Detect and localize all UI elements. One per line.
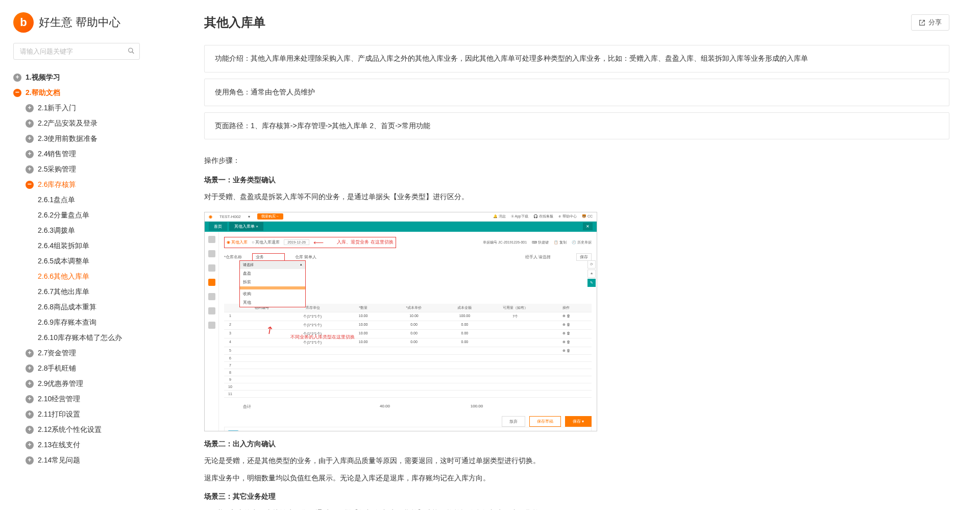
ss-logo-icon: ◉: [209, 214, 212, 219]
arrow-icon: ⟵: [313, 238, 324, 247]
plus-icon: +: [26, 165, 34, 174]
ss-annot2: 不同业务的入库类型在这里切换: [290, 334, 355, 341]
sidebar: b 好生意 帮助中心 +1.视频学习 –2.帮助文档 +2.1新手入门 +2.2…: [0, 0, 153, 510]
scene3-p1: 1、赠品入库的商品直接转为销售。通过工具栏【复制/复制为销货单】功能，将单据信息…: [204, 506, 949, 510]
nav-2-8[interactable]: +2.8手机旺铺: [13, 361, 140, 376]
plus-icon: +: [26, 410, 34, 419]
main-content: 其他入库单 分享 功能介绍：其他入库单用来处理除采购入库、产成品入库之外的其他入…: [153, 0, 980, 510]
nav-tree: +1.视频学习 –2.帮助文档 +2.1新手入门 +2.2产品安装及登录 +2.…: [13, 70, 140, 468]
site-title: 好生意 帮助中心: [39, 15, 120, 30]
scene1-text: 对于受赠、盘盈或是拆装入库等不同的业务，是通过单据头【业务类型】进行区分。: [204, 190, 949, 204]
ss-table: 物料编号*库存单位*数量*成本单价成本金额可用量（如有）操作 1个(1*1*1个…: [224, 304, 592, 412]
path-box: 页面路径：1、库存核算->库存管理->其他入库单 2、首页->常用功能: [204, 112, 949, 140]
plus-icon: +: [26, 349, 34, 357]
role-label: 使用角色：: [215, 88, 251, 96]
plus-icon: +: [26, 150, 34, 158]
nav-2-6-1[interactable]: 2.6.1盘点单: [13, 192, 140, 208]
path-label: 页面路径：: [215, 122, 251, 130]
intro-label: 功能介绍：: [215, 54, 251, 62]
ss-sidebar: [205, 232, 219, 431]
nav-2-6-6[interactable]: 2.6.6其他入库单: [13, 269, 140, 284]
steps-label: 操作步骤：: [204, 154, 949, 167]
nav-2-5[interactable]: +2.5采购管理: [13, 162, 140, 177]
ss-body: ◉ 其他入库 ○ 其他入库退库 2019-12-26 ⟵ 入库、退货业务 在这里…: [219, 232, 597, 431]
plus-icon: +: [26, 426, 34, 434]
header: 其他入库单 分享: [204, 14, 949, 31]
nav-2-13[interactable]: +2.13在线支付: [13, 438, 140, 453]
minus-icon: –: [26, 181, 34, 189]
nav-2-2[interactable]: +2.2产品安装及登录: [13, 116, 140, 131]
search-container: [13, 43, 140, 60]
nav-2-6-10[interactable]: 2.6.10库存账本错了怎么办: [13, 330, 140, 346]
screenshot-1: ◉ TEST-H002 ▾ 我要购买→ 🔔 消息 ① App下载 🎧 在线客服 …: [204, 212, 597, 431]
scene3-title: 场景三：其它业务处理: [204, 492, 949, 501]
nav-2-6-4[interactable]: 2.6.4组装拆卸单: [13, 238, 140, 254]
ss-tab-doc: 其他入库单 ×: [229, 222, 263, 231]
ss-annot1: 入库、退货业务 在这里切换: [337, 239, 394, 246]
plus-icon: +: [26, 104, 34, 112]
scene2-p2: 退库业务中，明细数量均以负值红色展示。无论是入库还是退库，库存账均记在入库方向。: [204, 471, 949, 485]
plus-icon: +: [26, 456, 34, 465]
ss-top-links: 🔔 消息 ① App下载 🎧 在线客服 ⊕ 帮助中心 🐯 CC: [493, 214, 593, 219]
logo-icon: b: [13, 12, 34, 33]
ss-type-switch: ◉ 其他入库 ○ 其他入库退库 2019-12-26 ⟵ 入库、退货业务 在这里…: [224, 237, 396, 248]
page-title: 其他入库单: [204, 14, 265, 31]
ss-rightbar: ⟳★✎: [587, 260, 597, 287]
ss-discard-btn: 放弃: [502, 416, 525, 427]
plus-icon: +: [13, 74, 21, 82]
path-text: 1、库存核算->库存管理->其他入库单 2、首页->常用功能: [251, 122, 430, 130]
nav-2-6-7[interactable]: 2.6.7其他出库单: [13, 284, 140, 300]
plus-icon: +: [26, 119, 34, 128]
scene1-title: 场景一：业务类型确认: [204, 176, 949, 185]
nav-2-6-3[interactable]: 2.6.3调拨单: [13, 223, 140, 238]
nav-2-11[interactable]: +2.11打印设置: [13, 407, 140, 422]
intro-box: 功能介绍：其他入库单用来处理除采购入库、产成品入库之外的其他入库业务，因此其他入…: [204, 45, 949, 72]
ss-remark: 备注信息 请输入内容提要: [224, 427, 592, 431]
share-button[interactable]: 分享: [911, 14, 949, 31]
ss-tabbar: 首页 其他入库单 × ✕: [205, 222, 597, 232]
minus-icon: –: [13, 89, 21, 97]
ss-draft-btn: 保存草稿: [529, 416, 561, 427]
nav-2-10[interactable]: +2.10经营管理: [13, 392, 140, 407]
intro-text: 其他入库单用来处理除采购入库、产成品入库之外的其他入库业务，因此其他入库单可处理…: [251, 54, 808, 62]
ss-save-btn: 保存 ▾: [565, 416, 592, 427]
ss-tab-home: 首页: [209, 222, 227, 231]
nav-2-6-2[interactable]: 2.6.2分量盘点单: [13, 208, 140, 223]
plus-icon: +: [26, 395, 34, 403]
scene2-title: 场景二：出入方向确认: [204, 440, 949, 449]
nav-2-7[interactable]: +2.7资金管理: [13, 346, 140, 361]
plus-icon: +: [26, 380, 34, 388]
nav-2-6[interactable]: –2.6库存核算: [13, 177, 140, 192]
nav-2-4[interactable]: +2.4销售管理: [13, 147, 140, 162]
nav-2-1[interactable]: +2.1新手入门: [13, 101, 140, 116]
nav-2-14[interactable]: +2.14常见问题: [13, 453, 140, 468]
scene2-p1: 无论是受赠，还是其他类型的业务，由于入库商品质量等原因，需要退回，这时可通过单据…: [204, 454, 949, 468]
nav-docs[interactable]: –2.帮助文档: [13, 85, 140, 101]
role-text: 通常由仓管人员维护: [251, 88, 315, 96]
ss-account: TEST-H002: [219, 214, 241, 219]
role-box: 使用角色：通常由仓管人员维护: [204, 79, 949, 106]
steps-section: 操作步骤： 场景一：业务类型确认 对于受赠、盘盈或是拆装入库等不同的业务，是通过…: [204, 154, 949, 510]
plus-icon: +: [26, 441, 34, 449]
ss-footer: 放弃 保存草稿 保存 ▾: [502, 416, 592, 427]
search-input[interactable]: [13, 43, 140, 60]
brand: b 好生意 帮助中心: [13, 12, 140, 33]
share-label: 分享: [928, 18, 942, 27]
svg-line-1: [132, 52, 134, 54]
search-icon[interactable]: [128, 47, 135, 56]
nav-2-6-9[interactable]: 2.6.9库存账本查询: [13, 315, 140, 330]
ss-side-active-icon: [208, 279, 215, 286]
nav-2-12[interactable]: +2.12系统个性化设置: [13, 422, 140, 438]
plus-icon: +: [26, 365, 34, 373]
ss-topbar: ◉ TEST-H002 ▾ 我要购买→ 🔔 消息 ① App下载 🎧 在线客服 …: [205, 212, 597, 222]
nav-2-3[interactable]: +2.3使用前数据准备: [13, 131, 140, 147]
ss-dropdown: 请选择▴ 盘盈 拆装 收购 其他: [239, 260, 306, 307]
nav-2-6-8[interactable]: 2.6.8商品成本重算: [13, 300, 140, 315]
svg-point-0: [129, 48, 133, 52]
nav-2-9[interactable]: +2.9优惠券管理: [13, 376, 140, 392]
ss-tab-close-icon: ✕: [583, 223, 593, 230]
plus-icon: +: [26, 135, 34, 143]
remark-icon: [228, 430, 239, 431]
nav-2-6-5[interactable]: 2.6.5成本调整单: [13, 254, 140, 269]
nav-video[interactable]: +1.视频学习: [13, 70, 140, 85]
